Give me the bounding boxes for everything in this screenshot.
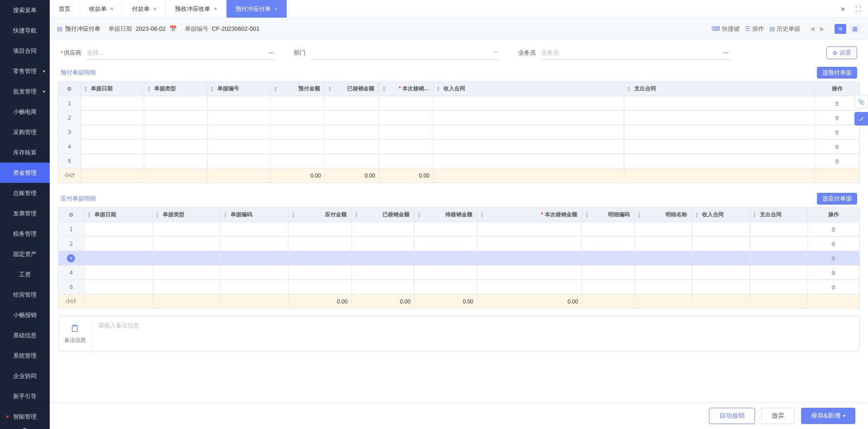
close-all-tabs-button[interactable]: ✕: [836, 3, 849, 15]
view-list-button[interactable]: ≡: [835, 24, 846, 34]
column-header[interactable]: ▲▼单据类型: [152, 208, 221, 222]
sidebar-item[interactable]: 经营管理: [0, 284, 50, 305]
sidebar-item[interactable]: 工资: [0, 264, 50, 284]
sidebar-item[interactable]: 企业协同: [0, 366, 50, 386]
column-header[interactable]: ▲▼支出合同: [624, 82, 815, 96]
calendar-icon[interactable]: 📅: [170, 25, 177, 32]
view-toggle: ≡ ▦: [835, 24, 861, 34]
column-header[interactable]: ▲▼本次核销金额: [477, 208, 582, 222]
table-config-button[interactable]: ⚙: [58, 82, 81, 96]
sidebar-item[interactable]: 固定资产: [0, 244, 50, 264]
settings-button[interactable]: ⚙ 设置: [826, 47, 857, 59]
sidebar-item[interactable]: 零售管理▾: [0, 61, 50, 81]
auto-writeoff-button[interactable]: 自动核销: [709, 408, 755, 424]
sidebar-item[interactable]: 资金管理: [0, 163, 50, 183]
delete-row-button[interactable]: 🗑: [831, 226, 836, 233]
delete-row-button[interactable]: 🗑: [835, 144, 840, 150]
delete-row-button[interactable]: 🗑: [835, 100, 840, 107]
delete-row-button[interactable]: 🗑: [831, 255, 836, 261]
tab[interactable]: 预收冲应收单×: [166, 0, 226, 18]
sidebar-item[interactable]: 新手引导: [0, 386, 50, 406]
close-icon[interactable]: ×: [153, 6, 156, 12]
tabs-right-controls: ✕ ⛶: [836, 0, 864, 18]
tab[interactable]: 首页: [50, 0, 80, 18]
view-grid-button[interactable]: ▦: [849, 24, 861, 34]
table-row[interactable]: +🗑: [58, 251, 860, 266]
table-config-button[interactable]: ⚙: [58, 208, 85, 222]
close-icon[interactable]: ×: [214, 6, 217, 12]
chevron-down-icon: ▾: [43, 89, 45, 94]
next-record-button[interactable]: ▶: [818, 25, 826, 32]
column-header[interactable]: ▲▼已核销金额: [325, 82, 379, 96]
prev-record-button[interactable]: ◀: [808, 25, 816, 32]
table-row[interactable]: 5🗑: [58, 154, 860, 168]
column-header[interactable]: ▲▼单据类型: [144, 82, 208, 96]
tab[interactable]: 预付冲应付单×: [226, 0, 287, 18]
table-row[interactable]: 4🗑: [58, 266, 860, 280]
delete-row-button[interactable]: 🗑: [831, 270, 836, 276]
delete-row-button[interactable]: 🗑: [831, 241, 836, 247]
column-header[interactable]: ▲▼支出合同: [750, 208, 807, 222]
table-row[interactable]: 1🗑: [58, 222, 860, 237]
table-row[interactable]: 2🗑: [58, 111, 860, 125]
dept-input[interactable]: ﹀: [310, 46, 500, 60]
column-header[interactable]: ▲▼单据日期: [84, 208, 152, 222]
tab[interactable]: 付款单×: [123, 0, 166, 18]
table-row[interactable]: 5🗑: [58, 280, 860, 294]
sidebar-item[interactable]: 系统管理: [0, 345, 50, 366]
delete-row-button[interactable]: 🗑: [835, 129, 840, 135]
select-payable-button[interactable]: 选应付单据: [817, 193, 857, 205]
tab[interactable]: 收款单×: [80, 0, 123, 18]
column-header[interactable]: ▲▼已核销金额: [351, 208, 414, 222]
sidebar-settings-gear[interactable]: ⚙: [0, 427, 50, 429]
column-header[interactable]: ▲▼收入合同: [434, 82, 624, 96]
discard-button[interactable]: 放弃: [761, 408, 795, 424]
delete-row-button[interactable]: 🗑: [831, 284, 836, 290]
delete-row-button[interactable]: 🗑: [835, 115, 840, 121]
sidebar-item[interactable]: 小畅报销: [0, 305, 50, 325]
history-link[interactable]: ▤历史单据: [769, 25, 800, 33]
column-header[interactable]: ▲▼收入合同: [692, 208, 750, 222]
add-row-button[interactable]: +: [67, 254, 75, 262]
save-and-new-button[interactable]: 保存&新增 ▾: [801, 408, 855, 424]
sidebar-item[interactable]: 总账管理: [0, 183, 50, 203]
table-row[interactable]: 2🗑: [58, 237, 860, 251]
sidebar-item[interactable]: 批发管理▾: [0, 81, 50, 102]
column-header[interactable]: ▲▼明细编码: [582, 208, 634, 222]
sidebar-item[interactable]: 库存核算: [0, 142, 50, 163]
sidebar-item[interactable]: 快捷导航: [0, 20, 50, 41]
close-icon[interactable]: ×: [274, 6, 278, 12]
fullscreen-button[interactable]: ⛶: [852, 3, 864, 15]
column-header[interactable]: ▲▼单据日期: [81, 82, 144, 96]
table-row[interactable]: 3🗑: [58, 125, 860, 140]
supplier-input[interactable]: 选择... ⋯: [86, 46, 276, 60]
delete-row-button[interactable]: 🗑: [835, 158, 840, 164]
column-header[interactable]: ▲▼应付金额: [288, 208, 351, 222]
shortcut-link[interactable]: ⌨快捷键: [712, 25, 740, 33]
select-prepay-button[interactable]: 选预付单据: [817, 67, 857, 79]
sidebar-item[interactable]: 智能管理: [0, 406, 50, 427]
column-header[interactable]: ▲▼单据编码: [221, 208, 289, 222]
table-row[interactable]: 4🗑: [58, 140, 860, 154]
sidebar-item[interactable]: 项目合同: [0, 41, 50, 61]
sidebar-item[interactable]: 采购管理: [0, 122, 50, 142]
table-row[interactable]: 1🗑: [58, 96, 860, 111]
remark-box: 🗒 备注信息: [58, 315, 860, 351]
column-header[interactable]: ▲▼待核销金额: [414, 208, 477, 222]
sidebar-item[interactable]: 发票管理: [0, 203, 50, 224]
operate-link[interactable]: ☰操作: [745, 25, 764, 33]
agent-input[interactable]: 业务员 ⋯: [540, 46, 730, 60]
column-header[interactable]: ▲▼预付金额: [271, 82, 325, 96]
column-header[interactable]: ▲▼明细名称: [634, 208, 692, 222]
column-header[interactable]: ▲▼单据编号: [208, 82, 271, 96]
sidebar-item[interactable]: 搜索菜单: [0, 0, 50, 20]
sidebar-item[interactable]: 税务管理: [0, 224, 50, 244]
attachment-button[interactable]: 📎: [854, 95, 868, 108]
remark-input[interactable]: [92, 316, 859, 335]
expand-button[interactable]: ⤢: [854, 112, 868, 126]
sidebar-item[interactable]: 小畅电商: [0, 102, 50, 122]
column-header[interactable]: ▲▼本次核销...: [379, 82, 434, 96]
header-code: 单据编号 CF-20230602-001: [185, 25, 260, 33]
sidebar-item[interactable]: 基础信息: [0, 325, 50, 345]
close-icon[interactable]: ×: [110, 6, 113, 12]
